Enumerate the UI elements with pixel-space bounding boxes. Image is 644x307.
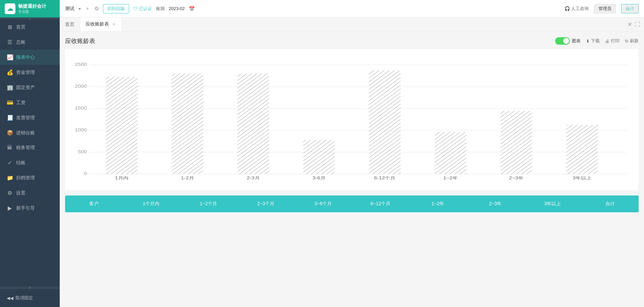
sidebar-item-label: 进销台账 — [16, 130, 35, 136]
wage-icon: 💳 — [7, 99, 13, 106]
col-1month: 1个月内 — [122, 195, 180, 212]
home-icon: ⊞ — [7, 24, 13, 30]
tab-home[interactable]: 首页 — [60, 17, 80, 31]
sidebar-item-label: 税务管理 — [16, 145, 35, 151]
logo-icon: ☁ — [5, 3, 15, 14]
sidebar-item-wage[interactable]: 💳 工资 — [0, 95, 60, 110]
pin-left-icon: ◀◀ — [7, 296, 13, 301]
sidebar-item-guide[interactable]: ▶ 新手引导 — [0, 201, 60, 216]
tab-expand-button[interactable]: ⛶ — [635, 21, 640, 28]
app-dropdown-arrow[interactable]: ▾ — [78, 6, 81, 11]
sidebar-item-label: 总账 — [16, 39, 25, 45]
sidebar-scroll: ⊞ 首页 ☰ 总账 📈 报表中心 💰 资金管理 🏢 固定资产 💳 工资 🧾 发票… — [0, 19, 60, 287]
cancel-fixed-btn[interactable]: ◀◀ 取消固定 — [5, 293, 54, 303]
sidebar: ☁ 畅捷通好会计 专业版 ▲ ⊞ 首页 ☰ 总账 📈 报表中心 💰 资金管理 🏢… — [0, 0, 60, 307]
accountant-button[interactable]: 会计 — [621, 4, 639, 13]
print-button[interactable]: 🖨 打印 — [605, 38, 620, 44]
tab-bar: 首页 应收账龄表 × ✕ ⛶ — [60, 17, 644, 32]
svg-text:2-3月: 2-3月 — [247, 176, 260, 180]
bar-2-3年 — [500, 111, 532, 174]
svg-text:2~3年: 2~3年 — [509, 176, 524, 180]
sidebar-item-label: 固定资产 — [16, 85, 35, 91]
archive-icon: 📁 — [7, 175, 13, 181]
sidebar-item-label: 发票管理 — [16, 115, 35, 121]
certified-badge: 🛡 已认证 — [133, 6, 152, 12]
toggle-knob — [563, 38, 569, 44]
col-customer: 客户 — [65, 195, 122, 212]
sidebar-item-label: 报表中心 — [16, 54, 35, 60]
consult-button[interactable]: 🎧 人工咨询 — [565, 6, 589, 12]
tab-bar-actions: ✕ ⛶ — [628, 21, 644, 28]
assets-icon: 🏢 — [7, 84, 13, 91]
calendar-icon[interactable]: 📅 — [189, 6, 195, 11]
sidebar-item-ledger[interactable]: ☰ 总账 — [0, 35, 60, 50]
col-3year-plus: 3年以上 — [524, 195, 581, 212]
period-label: 账期 — [156, 6, 165, 12]
tab-close-button[interactable]: × — [111, 21, 116, 27]
col-1-2year: 1~2年 — [409, 195, 467, 212]
chart-toggle[interactable] — [555, 37, 570, 45]
page-actions: 图表 ⬇ 下载 🖨 打印 ↻ 刷新 — [555, 37, 639, 45]
tab-home-label: 首页 — [65, 21, 74, 28]
sidebar-item-home[interactable]: ⊞ 首页 — [0, 19, 60, 35]
sidebar-item-capital[interactable]: 💰 资金管理 — [0, 65, 60, 80]
download-button[interactable]: ⬇ 下载 — [586, 38, 600, 44]
app-sub: 专业版 — [18, 9, 46, 14]
tab-close-all-button[interactable]: ✕ — [628, 21, 632, 28]
header-right: 🎧 人工咨询 管理员 会计 — [565, 4, 639, 13]
svg-text:3-6月: 3-6月 — [312, 176, 325, 180]
print-icon: 🖨 — [605, 39, 609, 44]
bar-2-3月 — [237, 74, 269, 174]
bar-3-6月 — [303, 140, 335, 174]
svg-text:3年以上: 3年以上 — [573, 176, 592, 180]
svg-text:1月内: 1月内 — [115, 176, 129, 180]
chart-toggle-wrap: 图表 — [555, 37, 581, 45]
bar-6-12月 — [369, 71, 401, 174]
svg-text:6-12个月: 6-12个月 — [374, 176, 395, 180]
sidebar-item-settle[interactable]: ✓ 结账 — [0, 155, 60, 170]
ledger-icon: ☰ — [7, 39, 13, 45]
col-3-6month: 3~6个月 — [294, 195, 352, 212]
bar-chart: 0 500 1000 1500 2000 2500 — [65, 56, 632, 183]
invoice-icon: 🧾 — [7, 115, 13, 121]
print-label: 打印 — [611, 38, 620, 44]
svg-text:2500: 2500 — [75, 62, 87, 67]
svg-text:500: 500 — [78, 149, 87, 154]
svg-text:1-2月: 1-2月 — [181, 176, 194, 180]
refresh-button[interactable]: ↻ 刷新 — [625, 38, 639, 44]
sidebar-item-tax[interactable]: 🏛 税务管理 — [0, 140, 60, 155]
sidebar-item-sales[interactable]: 📦 进销台账 — [0, 125, 60, 140]
switch-version-button[interactable]: 切到旧版 — [103, 4, 129, 13]
report-icon: 📈 — [7, 54, 13, 60]
sidebar-item-label: 归档管理 — [16, 175, 35, 181]
sidebar-item-archive[interactable]: 📁 归档管理 — [0, 170, 60, 185]
current-app-name: 测试 — [65, 6, 74, 12]
col-total: 合计 — [581, 195, 639, 212]
app-settings-button[interactable]: ⚙ — [94, 5, 99, 12]
table-container: 客户 1个月内 1~2个月 2~3个月 3~6个月 6~12个月 1~2年 2~… — [65, 195, 639, 212]
svg-text:0: 0 — [84, 171, 87, 176]
app-name: 畅捷通好会计 — [18, 3, 46, 9]
sidebar-item-assets[interactable]: 🏢 固定资产 — [0, 80, 60, 95]
sidebar-logo: ☁ 畅捷通好会计 专业版 — [0, 0, 60, 17]
sidebar-item-label: 新手引导 — [16, 205, 35, 211]
col-6-12month: 6~12个月 — [352, 195, 409, 212]
admin-button[interactable]: 管理员 — [594, 4, 616, 13]
sidebar-item-settings[interactable]: ⚙ 设置 — [0, 185, 60, 201]
sidebar-item-label: 工资 — [16, 100, 25, 106]
svg-text:1~2年: 1~2年 — [443, 176, 458, 180]
tab-report[interactable]: 应收账龄表 × — [80, 17, 122, 31]
bar-3年以上 — [566, 125, 598, 174]
add-app-button[interactable]: ＋ — [85, 5, 90, 12]
settings-icon: ⚙ — [7, 190, 13, 196]
sidebar-item-label: 设置 — [16, 190, 25, 196]
table-header: 客户 1个月内 1~2个月 2~3个月 3~6个月 6~12个月 1~2年 2~… — [65, 195, 639, 212]
page-title: 应收账龄表 — [65, 37, 95, 45]
sidebar-item-label: 首页 — [16, 24, 25, 30]
tax-icon: 🏛 — [7, 145, 13, 151]
sidebar-item-invoice[interactable]: 🧾 发票管理 — [0, 110, 60, 125]
sidebar-item-report[interactable]: 📈 报表中心 — [0, 50, 60, 65]
shield-icon: 🛡 — [133, 6, 138, 11]
settle-icon: ✓ — [7, 160, 13, 166]
toggle-label: 图表 — [572, 38, 581, 44]
